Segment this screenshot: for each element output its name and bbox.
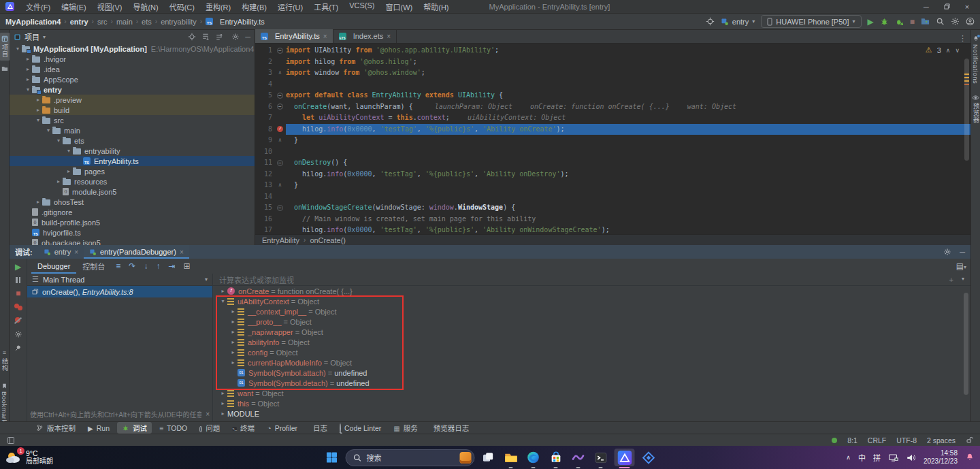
hide-panel-icon[interactable]: ─ [245,33,250,41]
code-line[interactable]: 17 hilog.info(0x0000, 'testTag', '%{publ… [255,225,970,234]
var-chevron-icon[interactable]: ▸ [229,349,238,355]
profile-avatar-icon[interactable] [966,17,975,26]
commit-strip-icon[interactable] [1,66,8,71]
fold-end-icon[interactable]: ∧ [278,67,282,79]
lock-open-icon[interactable] [966,436,973,444]
warning-stripe-mark[interactable] [964,84,969,85]
search-box[interactable]: 搜索 [346,449,475,466]
code-line[interactable]: 5−export default class EntryAbility exte… [255,90,970,101]
line-ending[interactable]: CRLF [868,436,886,444]
tool-window-tab-problems[interactable]: !问题 [195,422,225,434]
fold-icon[interactable]: − [277,205,283,211]
gutter-mark[interactable]: − [274,202,286,214]
gutter-mark[interactable] [274,214,286,225]
start-button[interactable] [323,449,341,466]
locate-file-icon[interactable] [188,33,196,41]
code-line[interactable]: 2import hilog from '@ohos.hilog'; [255,56,970,68]
tool-window-tab-log[interactable]: 日志 [305,422,332,434]
fold-icon[interactable]: − [277,103,283,110]
weather-widget[interactable]: 1 9°C 局部晴朗 [0,449,53,466]
tree-item[interactable]: ▸.preview [10,95,255,105]
device-file-browser-icon[interactable] [921,18,930,25]
sidebar-tab-project[interactable]: 项目 [0,33,10,61]
restore-button[interactable] [936,0,957,14]
resume-button[interactable]: ▶ [15,263,21,271]
stop-button[interactable]: ■ [910,18,915,26]
tab-options-icon[interactable]: ⋮ [955,34,970,43]
layout-settings-icon[interactable]: ▤▾ [956,261,966,271]
taskbar-app-vs[interactable] [570,449,587,466]
variable-row[interactable]: ▸config=Object [213,347,970,357]
tree-item[interactable]: ▸ohosTest [10,197,255,207]
code-line[interactable]: 3∧import window from '@ohos.window'; [255,67,970,79]
tree-item[interactable]: build-profile.json5 [10,217,255,227]
code-line[interactable]: 11− onDestroy() { [255,157,970,169]
gutter-mark[interactable] [274,56,286,68]
run-config-selector[interactable]: entry ▾ [721,18,755,26]
close-tab-icon[interactable]: × [323,33,327,40]
editor-tab[interactable]: Index.ets× [333,29,397,43]
line-number[interactable]: 16 [255,214,274,225]
ime-language-indicator[interactable]: 中 [858,452,866,463]
sidebar-tab-previewer[interactable]: 预览器 [970,92,980,126]
menu-item[interactable]: 文件(F) [21,1,55,13]
var-chevron-icon[interactable]: ▸ [218,410,227,417]
menu-item[interactable]: 工具(T) [309,1,343,13]
line-number[interactable]: 12 [255,169,274,180]
speaker-icon[interactable] [906,453,916,462]
search-everywhere-icon[interactable] [936,17,945,26]
tree-chevron-icon[interactable]: ▾ [65,148,73,154]
line-number[interactable]: 4 [255,79,274,91]
code-line[interactable]: 4 [255,79,970,91]
gutter-mark[interactable]: ∧ [274,67,286,79]
attach-debugger-icon[interactable] [895,17,904,26]
menu-item[interactable]: VCS(S) [344,1,379,13]
variable-row[interactable]: Symbol(Symbol.attach)=undefined [213,368,970,378]
hide-debug-panel-icon[interactable]: ─ [960,248,965,256]
sidebar-tab-structure[interactable]: ≡ 结构 [0,346,10,374]
tool-window-tab-previewlog[interactable]: 预览器日志 [425,422,474,434]
menu-item[interactable]: 重构(R) [201,1,235,13]
variable-row[interactable]: ▸this=Object [213,398,970,408]
gutter-mark[interactable] [274,146,286,158]
close-hint-icon[interactable]: × [206,410,210,418]
tree-item[interactable]: hvigorfile.ts [10,227,255,238]
line-number[interactable]: 9 [255,135,274,146]
tree-item[interactable]: ▾src [10,115,255,125]
menu-item[interactable]: 视图(V) [93,1,127,13]
taskbar-app-terminal[interactable] [592,449,610,466]
ime-mode-indicator[interactable]: 拼 [873,452,881,463]
var-chevron-icon[interactable]: ▸ [218,288,227,294]
close-session-icon[interactable]: × [180,248,184,256]
breadcrumb-item[interactable]: src [97,18,108,26]
code-editor[interactable]: 1−import UIAbility from '@ohos.app.abili… [255,44,970,234]
stack-frame-row[interactable]: onCreate(), EntryAbility.ts:8 [27,286,212,297]
tree-chevron-icon[interactable]: ▸ [34,199,42,205]
tree-item[interactable]: ▾main [10,125,255,135]
tree-item[interactable]: ▸.hvigor [10,54,255,64]
tree-chevron-icon[interactable]: ▾ [14,46,22,52]
gutter-mark[interactable]: ∧ [274,180,286,191]
view-breakpoints-icon[interactable] [14,304,22,310]
variable-row[interactable]: ▸onCreate=function onCreate( {...} [213,286,970,296]
tree-item[interactable]: ▾entryability [10,146,255,156]
line-number[interactable]: 10 [255,146,274,158]
run-button[interactable]: ▶ [868,18,874,26]
close-tab-icon[interactable]: × [387,33,391,40]
close-button[interactable]: × [957,0,977,14]
line-number[interactable]: 15 [255,202,274,214]
notification-bell-icon[interactable] [965,453,975,462]
line-number[interactable]: 5 [255,90,274,101]
fold-icon[interactable]: − [277,93,283,99]
taskbar-app-deveco[interactable] [615,449,635,466]
add-watch-icon[interactable]: + [949,276,953,284]
file-encoding[interactable]: UTF-8 [896,436,917,444]
tree-item[interactable]: oh-package.json5 [10,238,255,245]
run-to-cursor-icon[interactable]: ⇥ [168,261,175,271]
tool-window-toggle-icon[interactable] [7,436,15,444]
code-line[interactable]: 15− onWindowStageCreate(windowStage: win… [255,202,970,214]
expand-all-icon[interactable] [201,33,210,41]
line-number[interactable]: 6 [255,101,274,113]
tree-item[interactable]: ▸build [10,105,255,115]
fold-end-icon[interactable]: ∧ [278,135,282,146]
